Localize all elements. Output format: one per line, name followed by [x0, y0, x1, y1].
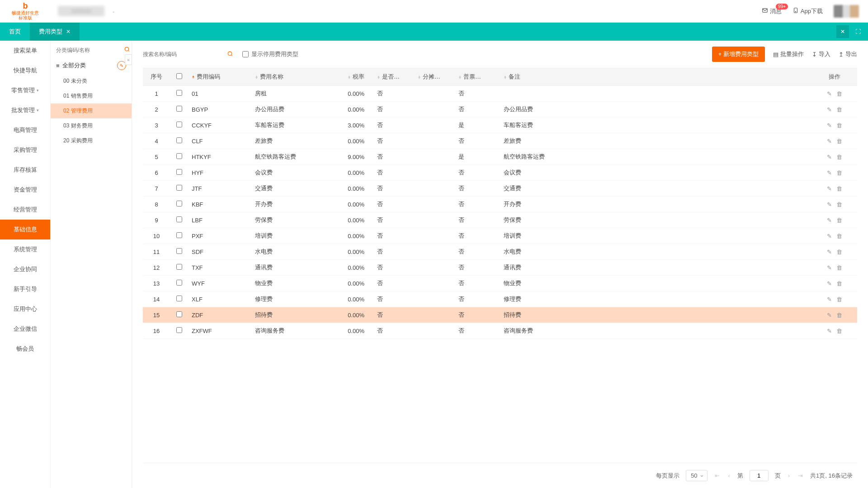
table-row[interactable]: 8KBF开办费0.00%否否开办费✎🗑: [143, 197, 857, 212]
table-row[interactable]: 6HYF会议费0.00%否否会议费✎🗑: [143, 165, 857, 181]
row-checkbox[interactable]: [176, 122, 182, 127]
show-disabled-input[interactable]: [242, 51, 249, 57]
sidebar-item-0[interactable]: 搜索菜单: [0, 41, 50, 61]
app-download-button[interactable]: App下载: [793, 7, 823, 15]
category-search-input[interactable]: [56, 47, 124, 53]
row-checkbox[interactable]: [176, 137, 182, 143]
table-row[interactable]: 12TXF通讯费0.00%否否通讯费✎🗑: [143, 260, 857, 276]
sidebar-item-5[interactable]: 采购管理: [0, 140, 50, 160]
col-code[interactable]: ▲▼费用编码: [188, 68, 251, 86]
col-ticket[interactable]: ▲▼普票…: [455, 68, 500, 86]
category-all[interactable]: ≡ 全部分类 ✎: [51, 57, 132, 74]
row-checkbox[interactable]: [176, 216, 182, 222]
delete-icon[interactable]: 🗑: [836, 122, 842, 129]
table-row[interactable]: 3CCKYF车船客运费3.00%否是车船客运费✎🗑: [143, 117, 857, 133]
col-alloc[interactable]: ▲▼分摊…: [414, 68, 455, 86]
col-seq[interactable]: 序号: [143, 68, 170, 86]
tab-home[interactable]: 首页: [0, 23, 30, 41]
edit-icon[interactable]: ✎: [827, 169, 832, 176]
edit-icon[interactable]: ✎: [827, 312, 832, 319]
table-row[interactable]: 16ZXFWF咨询服务费0.00%否否咨询服务费✎🗑: [143, 323, 857, 339]
edit-icon[interactable]: ✎: [827, 217, 832, 224]
row-checkbox[interactable]: [176, 264, 182, 270]
prev-page-button[interactable]: ‹: [727, 472, 731, 479]
col-rate[interactable]: ▲▼税率: [333, 68, 373, 86]
row-checkbox[interactable]: [176, 185, 182, 191]
delete-icon[interactable]: 🗑: [836, 106, 842, 113]
edit-icon[interactable]: ✎: [827, 185, 832, 192]
category-item-3[interactable]: 03 财务费用: [51, 118, 132, 133]
row-checkbox[interactable]: [176, 327, 182, 333]
sidebar-item-7[interactable]: 资金管理: [0, 180, 50, 200]
edit-icon[interactable]: ✎: [827, 249, 832, 255]
sidebar-item-15[interactable]: 畅会员: [0, 339, 50, 359]
edit-icon[interactable]: ✎: [827, 264, 832, 271]
close-icon[interactable]: ✕: [66, 28, 71, 35]
first-page-button[interactable]: ⇤: [714, 472, 721, 479]
row-checkbox[interactable]: [176, 153, 182, 159]
table-row[interactable]: 101房租0.00%否否✎🗑: [143, 86, 857, 102]
table-row[interactable]: 13WYF物业费0.00%否否物业费✎🗑: [143, 276, 857, 291]
edit-icon[interactable]: ✎: [827, 106, 832, 113]
table-row[interactable]: 15ZDF招待费0.00%否否招待费✎🗑: [143, 307, 857, 323]
delete-icon[interactable]: 🗑: [836, 249, 842, 255]
row-checkbox[interactable]: [176, 169, 182, 175]
table-row[interactable]: 9LBF劳保费0.00%否否劳保费✎🗑: [143, 212, 857, 228]
delete-icon[interactable]: 🗑: [836, 296, 842, 303]
messages-button[interactable]: 消息 99+: [762, 7, 782, 15]
tab-fee-type[interactable]: 费用类型 ✕: [30, 23, 80, 41]
category-item-0[interactable]: 00 未分类: [51, 74, 132, 89]
row-checkbox[interactable]: [176, 248, 182, 254]
search-input[interactable]: [143, 51, 227, 57]
edit-icon[interactable]: ✎: [827, 328, 832, 334]
delete-icon[interactable]: 🗑: [836, 280, 842, 287]
sidebar-item-6[interactable]: 库存核算: [0, 160, 50, 180]
batch-ops-button[interactable]: ▤ 批量操作: [773, 50, 804, 58]
edit-icon[interactable]: ✎: [827, 280, 832, 287]
export-button[interactable]: ↥ 导出: [839, 50, 857, 58]
fullscreen-icon[interactable]: ⛶: [852, 25, 864, 38]
category-item-1[interactable]: 01 销售费用: [51, 89, 132, 103]
sidebar-item-10[interactable]: 系统管理: [0, 239, 50, 259]
delete-icon[interactable]: 🗑: [836, 201, 842, 208]
delete-icon[interactable]: 🗑: [836, 233, 842, 239]
sidebar-item-11[interactable]: 企业协同: [0, 259, 50, 279]
row-checkbox[interactable]: [176, 232, 182, 238]
row-checkbox[interactable]: [176, 90, 182, 96]
delete-icon[interactable]: 🗑: [836, 154, 842, 160]
row-checkbox[interactable]: [176, 106, 182, 112]
edit-icon[interactable]: ✎: [827, 154, 832, 160]
category-item-2[interactable]: 02 管理费用: [51, 103, 132, 118]
delete-icon[interactable]: 🗑: [836, 264, 842, 271]
sidebar-item-1[interactable]: 快捷导航: [0, 61, 50, 80]
edit-icon[interactable]: ✎: [827, 296, 832, 303]
col-remark[interactable]: ▲▼备注: [500, 68, 812, 86]
delete-icon[interactable]: 🗑: [836, 217, 842, 224]
table-row[interactable]: 5HTKYF航空铁路客运费9.00%否是航空铁路客运费✎🗑: [143, 149, 857, 165]
table-row[interactable]: 11SDF水电费0.00%否否水电费✎🗑: [143, 244, 857, 260]
row-checkbox[interactable]: [176, 296, 182, 301]
select-all-checkbox[interactable]: [176, 73, 182, 79]
edit-icon[interactable]: ✎: [827, 122, 832, 129]
sidebar-item-2[interactable]: 零售管理▾: [0, 80, 50, 100]
edit-icon[interactable]: ✎: [827, 90, 832, 97]
table-row[interactable]: 7JTF交通费0.00%否否交通费✎🗑: [143, 181, 857, 197]
delete-icon[interactable]: 🗑: [836, 90, 842, 97]
delete-icon[interactable]: 🗑: [836, 138, 842, 145]
table-row[interactable]: 2BGYP办公用品费0.00%否否办公用品费✎🗑: [143, 102, 857, 117]
delete-icon[interactable]: 🗑: [836, 328, 842, 334]
row-checkbox[interactable]: [176, 280, 182, 286]
add-fee-type-button[interactable]: + 新增费用类型: [712, 47, 765, 62]
row-checkbox[interactable]: [176, 311, 182, 317]
search-icon[interactable]: [227, 51, 233, 58]
show-disabled-checkbox[interactable]: 显示停用费用类型: [242, 50, 298, 58]
delete-icon[interactable]: 🗑: [836, 169, 842, 176]
sidebar-item-9[interactable]: 基础信息: [0, 220, 50, 239]
sidebar-item-13[interactable]: 应用中心: [0, 299, 50, 319]
sidebar-item-12[interactable]: 新手引导: [0, 279, 50, 299]
org-selector[interactable]: XXXXX ⌄: [58, 6, 115, 16]
search-icon[interactable]: [124, 46, 130, 54]
edit-icon[interactable]: ✎: [827, 201, 832, 208]
user-avatar[interactable]: [834, 5, 859, 18]
close-all-tabs-button[interactable]: ✕: [836, 25, 849, 38]
